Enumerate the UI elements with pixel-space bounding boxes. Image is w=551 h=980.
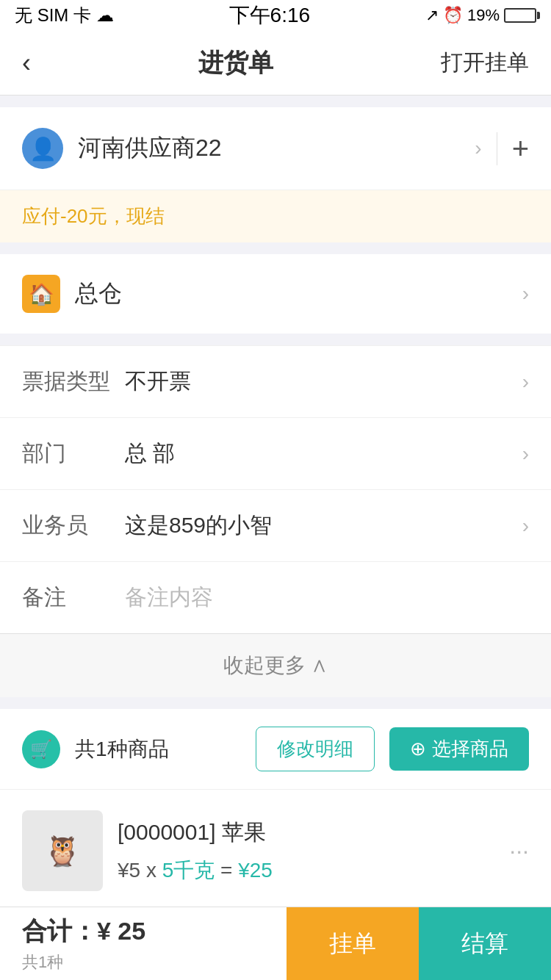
department-chevron-icon: › [522, 442, 529, 466]
total-amount-row: 合计：¥ 25 [22, 915, 264, 948]
salesman-chevron-icon: › [522, 514, 529, 538]
salesman-label: 业务员 [22, 511, 125, 541]
gap-3 [0, 334, 551, 345]
product-info: [0000001] 苹果 ¥5 x 5千克 = ¥25 [118, 818, 487, 884]
owl-logo-icon: 🦉 [44, 834, 81, 868]
warehouse-name: 总仓 [75, 278, 522, 310]
invoice-chevron-icon: › [522, 370, 529, 394]
bottom-bar: 合计：¥ 25 共1种 挂单 结算 [0, 907, 551, 980]
gap-4 [0, 697, 551, 709]
invoice-type-label: 票据类型 [22, 367, 125, 397]
invoice-type-value: 不开票 [125, 367, 522, 397]
warehouse-chevron-icon: › [522, 282, 529, 306]
sim-indicator: 无 SIM 卡 ☁ [15, 4, 114, 27]
alarm-icon: ⏰ [443, 6, 463, 25]
collapse-button[interactable]: 收起更多 ∧ [0, 633, 551, 697]
status-time: 下午6:16 [229, 1, 311, 29]
product-total: ¥25 [238, 859, 273, 882]
supplier-notice: 应付-20元，现结 [0, 190, 551, 242]
equals-sign: = [215, 859, 238, 882]
back-button[interactable]: ‹ [22, 48, 31, 79]
select-product-button[interactable]: ⊕ 选择商品 [389, 727, 529, 771]
department-row[interactable]: 部门 总 部 › [0, 417, 551, 489]
total-count: 共1种 [22, 951, 264, 973]
total-amount: ¥ 25 [97, 917, 145, 945]
edit-detail-button[interactable]: 修改明细 [256, 727, 375, 771]
warehouse-section: 🏠 总仓 › [0, 254, 551, 334]
salesman-value: 这是859的小智 [125, 511, 522, 541]
status-right: ↗ ⏰ 19% [425, 6, 536, 25]
gap-1 [0, 96, 551, 107]
supplier-row: 👤 河南供应商22 › + [0, 107, 551, 190]
status-bar: 无 SIM 卡 ☁ 下午6:16 ↗ ⏰ 19% [0, 0, 551, 31]
product-name: [0000001] 苹果 [118, 818, 487, 848]
product-item: 🦉 [0000001] 苹果 ¥5 x 5千克 = ¥25 ··· [0, 790, 551, 912]
product-price: ¥5 x 5千克 = ¥25 [118, 857, 487, 884]
page-title: 进货单 [198, 46, 273, 80]
checkout-button[interactable]: 结算 [419, 907, 551, 980]
select-icon: ⊕ [410, 738, 426, 760]
person-icon: 👤 [29, 136, 57, 162]
supplier-name: 河南供应商22 [78, 132, 475, 165]
supplier-avatar: 👤 [22, 128, 63, 169]
pending-button[interactable]: 挂单 [287, 907, 419, 980]
add-supplier-button[interactable]: + [497, 132, 529, 165]
battery-icon [504, 8, 536, 23]
remark-value[interactable]: 备注内容 [125, 583, 529, 613]
warehouse-row[interactable]: 🏠 总仓 › [0, 254, 551, 334]
battery-percent: 19% [467, 6, 500, 25]
warehouse-icon: 🏠 [22, 275, 60, 313]
product-thumbnail: 🦉 [22, 810, 103, 891]
gap-2 [0, 242, 551, 254]
product-header: 🛒 共1种商品 修改明细 ⊕ 选择商品 [0, 709, 551, 790]
form-section: 票据类型 不开票 › 部门 总 部 › 业务员 这是859的小智 › 备注 备注… [0, 345, 551, 633]
status-left: 无 SIM 卡 ☁ [15, 4, 114, 27]
product-code: [0000001] [118, 820, 215, 844]
price-label: ¥5 x [118, 859, 162, 882]
remark-label: 备注 [22, 583, 125, 613]
cart-icon: 🛒 [30, 739, 52, 760]
location-icon: ↗ [425, 6, 439, 25]
supplier-chevron-icon: › [475, 137, 481, 160]
supplier-main[interactable]: 👤 河南供应商22 › [22, 128, 497, 169]
open-pending-button[interactable]: 打开挂单 [441, 48, 529, 78]
more-options-button[interactable]: ··· [502, 837, 529, 865]
product-count-text: 共1种商品 [75, 735, 241, 763]
product-qty: 5千克 [162, 859, 215, 882]
invoice-type-row[interactable]: 票据类型 不开票 › [0, 345, 551, 417]
department-value: 总 部 [125, 439, 522, 469]
department-label: 部门 [22, 439, 125, 469]
product-count-icon: 🛒 [22, 730, 60, 768]
remark-row[interactable]: 备注 备注内容 [0, 561, 551, 633]
supplier-section: 👤 河南供应商22 › + 应付-20元，现结 [0, 107, 551, 242]
total-label: 合计： [22, 917, 97, 945]
product-title: 苹果 [222, 820, 266, 844]
salesman-row[interactable]: 业务员 这是859的小智 › [0, 489, 551, 561]
bottom-total: 合计：¥ 25 共1种 [0, 907, 287, 980]
nav-bar: ‹ 进货单 打开挂单 [0, 31, 551, 96]
